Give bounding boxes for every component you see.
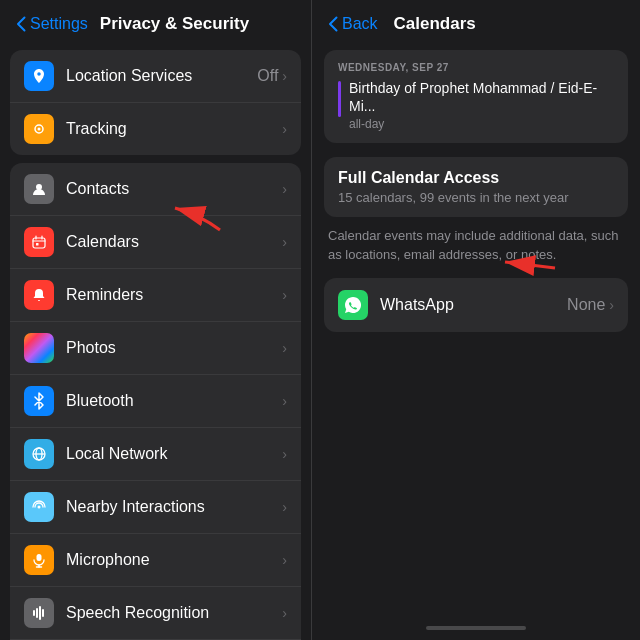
page-title: Privacy & Security — [100, 14, 249, 34]
left-nav-header: Settings Privacy & Security — [0, 0, 311, 42]
local-network-item[interactable]: Local Network › — [10, 428, 301, 481]
chevron-icon: › — [282, 287, 287, 303]
settings-list: Location Services Off › Tracking › — [0, 42, 311, 640]
svg-rect-4 — [36, 243, 39, 246]
bluetooth-icon — [24, 386, 54, 416]
chevron-icon: › — [282, 552, 287, 568]
privacy-group-2: Contacts › Calendars › — [10, 163, 301, 640]
location-services-value: Off — [257, 67, 278, 85]
bluetooth-label: Bluetooth — [66, 392, 282, 410]
contacts-item[interactable]: Contacts › — [10, 163, 301, 216]
location-services-label: Location Services — [66, 67, 257, 85]
event-text-block: Birthday of Prophet Mohammad / Eid-E-Mi.… — [349, 79, 614, 131]
whatsapp-label: WhatsApp — [380, 296, 567, 314]
whatsapp-icon — [338, 290, 368, 320]
bluetooth-item[interactable]: Bluetooth › — [10, 375, 301, 428]
left-panel: Settings Privacy & Security Location Ser… — [0, 0, 312, 640]
location-services-item[interactable]: Location Services Off › — [10, 50, 301, 103]
event-title: Birthday of Prophet Mohammad / Eid-E-Mi.… — [349, 79, 614, 115]
access-title: Full Calendar Access — [338, 169, 614, 187]
svg-point-8 — [38, 506, 41, 509]
right-panel: Back Calendars WEDNESDAY, SEP 27 Birthda… — [312, 0, 640, 640]
photos-label: Photos — [66, 339, 282, 357]
chevron-icon: › — [282, 234, 287, 250]
chevron-icon: › — [282, 393, 287, 409]
calendars-label: Calendars — [66, 233, 282, 251]
local-network-label: Local Network — [66, 445, 282, 463]
tracking-icon — [24, 114, 54, 144]
chevron-icon: › — [282, 121, 287, 137]
nearby-label: Nearby Interactions — [66, 498, 282, 516]
chevron-icon: › — [282, 181, 287, 197]
whatsapp-value: None — [567, 296, 605, 314]
calendars-content: WEDNESDAY, SEP 27 Birthday of Prophet Mo… — [312, 42, 640, 620]
home-indicator — [312, 620, 640, 640]
reminders-label: Reminders — [66, 286, 282, 304]
nearby-icon — [24, 492, 54, 522]
event-date: WEDNESDAY, SEP 27 — [338, 62, 614, 73]
contacts-icon — [24, 174, 54, 204]
speech-icon — [24, 598, 54, 628]
chevron-icon: › — [282, 605, 287, 621]
chevron-icon: › — [282, 340, 287, 356]
location-icon — [24, 61, 54, 91]
microphone-item[interactable]: Microphone › — [10, 534, 301, 587]
home-bar — [426, 626, 526, 630]
privacy-group-1: Location Services Off › Tracking › — [10, 50, 301, 155]
svg-point-1 — [38, 128, 41, 131]
calendar-event-card: WEDNESDAY, SEP 27 Birthday of Prophet Mo… — [324, 50, 628, 143]
svg-rect-3 — [33, 238, 45, 248]
calendar-access-card: Full Calendar Access 15 calendars, 99 ev… — [324, 157, 628, 217]
whatsapp-section: WhatsApp None › — [324, 278, 628, 332]
tracking-label: Tracking — [66, 120, 282, 138]
calendar-event: Birthday of Prophet Mohammad / Eid-E-Mi.… — [338, 79, 614, 131]
reminders-item[interactable]: Reminders › — [10, 269, 301, 322]
local-network-icon — [24, 439, 54, 469]
calendars-item[interactable]: Calendars › — [10, 216, 301, 269]
chevron-icon: › — [609, 297, 614, 313]
svg-rect-12 — [33, 610, 35, 616]
calendar-info-text: Calendar events may include additional d… — [324, 227, 628, 263]
svg-rect-13 — [36, 608, 38, 618]
chevron-icon: › — [282, 446, 287, 462]
access-desc: 15 calendars, 99 events in the next year — [338, 190, 614, 205]
back-label: Back — [342, 15, 378, 33]
svg-rect-15 — [42, 609, 44, 617]
event-subtitle: all-day — [349, 117, 614, 131]
contacts-label: Contacts — [66, 180, 282, 198]
microphone-icon — [24, 545, 54, 575]
nearby-interactions-item[interactable]: Nearby Interactions › — [10, 481, 301, 534]
calendars-icon — [24, 227, 54, 257]
speech-label: Speech Recognition — [66, 604, 282, 622]
chevron-icon: › — [282, 499, 287, 515]
back-label: Settings — [30, 15, 88, 33]
settings-back-button[interactable]: Settings — [16, 15, 88, 33]
calendars-title: Calendars — [394, 14, 476, 34]
chevron-icon: › — [282, 68, 287, 84]
back-button[interactable]: Back — [328, 15, 378, 33]
tracking-item[interactable]: Tracking › — [10, 103, 301, 155]
photos-icon — [24, 333, 54, 363]
microphone-label: Microphone — [66, 551, 282, 569]
right-nav-header: Back Calendars — [312, 0, 640, 42]
event-color-bar — [338, 81, 341, 117]
reminders-icon — [24, 280, 54, 310]
photos-item[interactable]: Photos › — [10, 322, 301, 375]
whatsapp-row[interactable]: WhatsApp None › — [324, 278, 628, 332]
svg-rect-9 — [37, 554, 42, 561]
speech-recognition-item[interactable]: Speech Recognition › — [10, 587, 301, 640]
svg-rect-14 — [39, 606, 41, 620]
